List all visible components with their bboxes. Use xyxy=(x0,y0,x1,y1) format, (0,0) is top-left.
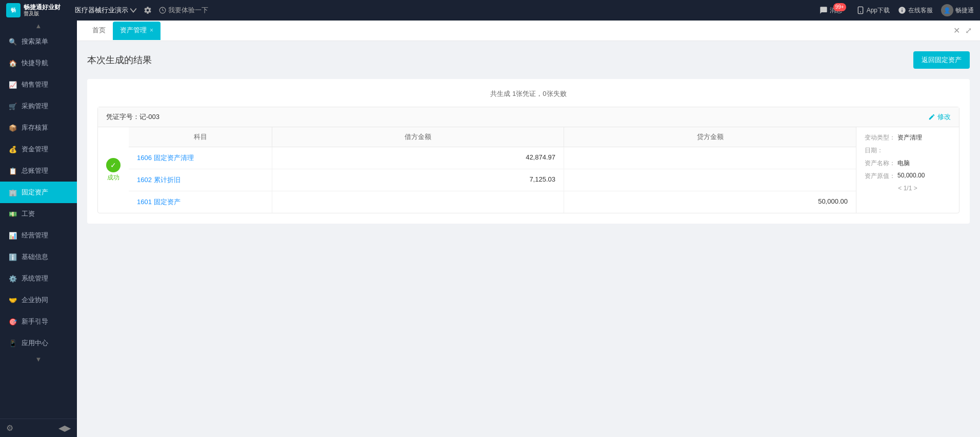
sidebar-item-sales[interactable]: 📈 销售管理 xyxy=(0,74,77,95)
sidebar-item-business[interactable]: 📊 经营管理 xyxy=(0,225,77,246)
experience-button[interactable]: 我要体验一下 xyxy=(159,6,208,15)
tab-active-label: 资产管理 xyxy=(120,26,147,35)
company-name: 医疗器械行业演示 xyxy=(75,6,128,15)
funds-icon: 💰 xyxy=(8,145,17,154)
sidebar-item-label: 工资 xyxy=(22,209,35,218)
logo-text: 畅捷通好业财 普及版 xyxy=(24,4,61,17)
tab-bar: 首页 资产管理 × ✕ ⤢ xyxy=(77,21,980,41)
cooperation-icon: 🤝 xyxy=(8,295,17,305)
debit-cell xyxy=(272,191,564,213)
table-row: 1606 固定资产清理 42,874.97 xyxy=(129,147,856,169)
page-title-row: 本次生成的结果 返回固定资产 xyxy=(87,51,970,69)
app-download-button[interactable]: App下载 xyxy=(856,6,890,15)
messages-badge: 99+ xyxy=(833,3,846,11)
page-title: 本次生成的结果 xyxy=(87,54,152,66)
sidebar-item-basics[interactable]: ℹ️ 基础信息 xyxy=(0,246,77,268)
user-area[interactable]: 👤 畅捷通 xyxy=(941,4,974,16)
sidebar-item-label: 企业协同 xyxy=(22,295,48,305)
tab-home-label: 首页 xyxy=(92,26,106,35)
sidebar-scroll-down[interactable]: ▼ xyxy=(0,354,77,364)
payroll-icon: 💵 xyxy=(8,209,17,218)
svg-rect-1 xyxy=(858,7,863,13)
logo-title: 畅捷通好业财 xyxy=(24,4,61,11)
sidebar-item-ledger[interactable]: 📋 总账管理 xyxy=(0,160,77,182)
debit-cell: 7,125.03 xyxy=(272,169,564,191)
sidebar-item-app-center[interactable]: 📱 应用中心 xyxy=(0,332,77,354)
table-row: 1601 固定资产 50,000.00 xyxy=(129,191,856,213)
sidebar-item-inventory[interactable]: 📦 库存核算 xyxy=(0,117,77,138)
edit-button[interactable]: 修改 xyxy=(928,112,951,122)
sidebar-item-quick-nav[interactable]: 🏠 快捷导航 xyxy=(0,52,77,74)
sidebar-item-fixed-assets[interactable]: 🏢 固定资产 xyxy=(0,182,77,203)
sidebar-item-search[interactable]: 🔍 搜索菜单 xyxy=(0,31,77,52)
sidebar-item-label: 搜索菜单 xyxy=(22,37,48,46)
asset-name-value: 电脑 xyxy=(897,159,910,168)
subject-cell[interactable]: 1601 固定资产 xyxy=(129,191,272,213)
success-label: 成功 xyxy=(107,173,119,182)
header-right: 消息 99+ App下载 在线客服 👤 畅捷通 xyxy=(819,4,974,16)
sidebar-item-label: 新手引导 xyxy=(22,317,48,326)
messages-button[interactable]: 消息 99+ xyxy=(819,6,842,15)
sidebar-scroll-up[interactable]: ▲ xyxy=(0,21,77,31)
sidebar-item-label: 经营管理 xyxy=(22,231,48,240)
edit-label: 修改 xyxy=(937,112,951,122)
subject-cell[interactable]: 1602 累计折旧 xyxy=(129,169,272,191)
svg-point-2 xyxy=(860,11,861,12)
company-selector[interactable]: 医疗器械行业演示 xyxy=(75,6,136,15)
online-service-button[interactable]: 在线客服 xyxy=(898,6,933,15)
sidebar-item-purchase[interactable]: 🛒 采购管理 xyxy=(0,95,77,117)
main-layout: ▲ 🔍 搜索菜单 🏠 快捷导航 📈 销售管理 🛒 采购管理 📦 库存核算 💰 资… xyxy=(0,21,980,437)
top-header: 畅 畅捷通好业财 普及版 医疗器械行业演示 我要体验一下 消息 99+ App下… xyxy=(0,0,980,21)
sidebar-item-label: 快捷导航 xyxy=(22,58,48,68)
result-container: 共生成 1张凭证，0张失败 凭证字号：记-003 修改 xyxy=(87,79,970,224)
experience-label: 我要体验一下 xyxy=(168,6,208,15)
sidebar-item-system[interactable]: ⚙️ 系统管理 xyxy=(0,268,77,289)
logo-icon: 畅 xyxy=(6,3,21,17)
chevron-down-icon xyxy=(130,7,136,13)
voucher-main: ✓ 成功 科目 借方金额 贷方金额 xyxy=(98,127,856,213)
panel-pagination[interactable]: < 1/1 > xyxy=(865,185,951,192)
asset-original-label: 资产原值： xyxy=(865,172,895,181)
sidebar-item-label: 固定资产 xyxy=(22,188,48,197)
voucher-table: 科目 借方金额 贷方金额 1606 固定资产清理 42,874.97 xyxy=(129,127,856,213)
sidebar-item-label: 销售管理 xyxy=(22,80,48,89)
credit-cell: 50,000.00 xyxy=(564,191,856,213)
asset-name-label: 资产名称： xyxy=(865,159,895,168)
home-icon: 🏠 xyxy=(8,58,17,68)
sidebar-item-funds[interactable]: 💰 资金管理 xyxy=(0,138,77,160)
back-to-fixed-assets-button[interactable]: 返回固定资产 xyxy=(913,51,970,69)
asset-original-value: 50,000.00 xyxy=(897,172,925,179)
voucher-right-panel: 变动类型： 资产清理 日期： 资产名称： 电脑 xyxy=(856,127,959,213)
sidebar-collapse-icon[interactable]: ◀▶ xyxy=(58,423,71,433)
status-column: ✓ 成功 xyxy=(98,127,129,213)
table-row: 1602 累计折旧 7,125.03 xyxy=(129,169,856,191)
logo-area: 畅 畅捷通好业财 普及版 xyxy=(6,3,61,17)
voucher-body: ✓ 成功 科目 借方金额 贷方金额 xyxy=(98,127,959,213)
voucher-card: 凭证字号：记-003 修改 ✓ 成功 xyxy=(97,107,959,213)
settings-icon[interactable] xyxy=(141,3,155,17)
subject-cell[interactable]: 1606 固定资产清理 xyxy=(129,147,272,169)
sidebar-item-payroll[interactable]: 💵 工资 xyxy=(0,203,77,225)
avatar: 👤 xyxy=(941,4,953,16)
business-icon: 📊 xyxy=(8,231,17,240)
tab-asset-management[interactable]: 资产管理 × xyxy=(113,22,161,40)
close-icon[interactable]: ✕ xyxy=(953,26,960,35)
sidebar-item-label: 总账管理 xyxy=(22,166,48,175)
sidebar-item-guide[interactable]: 🎯 新手引导 xyxy=(0,311,77,332)
sidebar-item-cooperation[interactable]: 🤝 企业协同 xyxy=(0,289,77,311)
search-icon: 🔍 xyxy=(8,37,17,46)
date-label: 日期： xyxy=(865,146,883,155)
tab-close-icon[interactable]: × xyxy=(150,27,153,34)
expand-icon[interactable]: ⤢ xyxy=(965,26,972,35)
credit-cell xyxy=(564,169,856,191)
change-type-label: 变动类型： xyxy=(865,133,895,142)
app-download-label: App下载 xyxy=(867,6,890,15)
sidebar-settings-icon[interactable]: ⚙ xyxy=(6,423,13,433)
ledger-icon: 📋 xyxy=(8,166,17,175)
success-icon: ✓ xyxy=(106,158,121,172)
header-left: 畅 畅捷通好业财 普及版 医疗器械行业演示 我要体验一下 xyxy=(6,3,208,17)
credit-cell xyxy=(564,147,856,169)
change-type-row: 变动类型： 资产清理 xyxy=(865,133,951,142)
sidebar-item-label: 采购管理 xyxy=(22,102,48,111)
tab-home[interactable]: 首页 xyxy=(85,22,113,40)
